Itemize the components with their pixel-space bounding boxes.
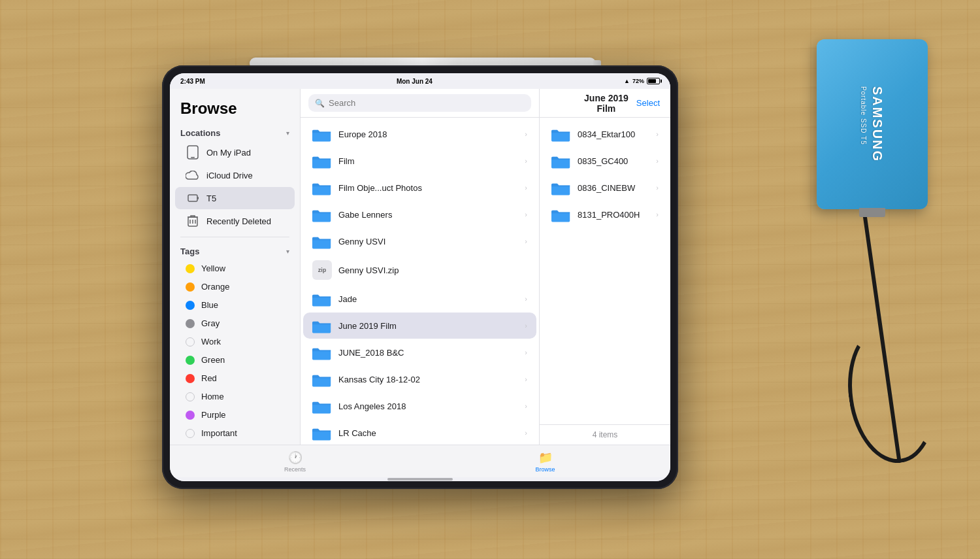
sidebar-item-recently-deleted[interactable]: Recently Deleted bbox=[175, 210, 295, 232]
locations-section-header[interactable]: Locations ▾ bbox=[170, 123, 300, 141]
blue-tag-dot bbox=[186, 301, 195, 310]
detail-item-ektar100[interactable]: 0834_Ektar100 › bbox=[542, 121, 668, 147]
file-item-june-2019-film[interactable]: June 2019 Film › bbox=[303, 313, 536, 339]
folder-icon bbox=[312, 207, 332, 222]
file-chevron: › bbox=[525, 429, 527, 437]
important-tag-dot bbox=[186, 429, 195, 438]
status-right: ▲ 72% bbox=[624, 78, 660, 84]
file-name: Jade bbox=[338, 294, 518, 304]
recently-deleted-icon bbox=[186, 214, 200, 228]
file-name: Genny USVI bbox=[338, 237, 518, 246]
folder-icon bbox=[312, 291, 332, 307]
file-panel: 🔍 Europe 2018 › bbox=[301, 89, 540, 445]
sidebar-item-purple[interactable]: Purple bbox=[175, 406, 295, 424]
sidebar-item-t5[interactable]: T5 bbox=[175, 187, 295, 209]
sidebar-item-label: Blue bbox=[201, 300, 218, 310]
search-input-wrap[interactable]: 🔍 bbox=[308, 94, 531, 112]
ssd-label: SAMSUNG Portable SSD T5 bbox=[860, 86, 885, 162]
file-list: Europe 2018 › Film › bbox=[301, 118, 539, 445]
sidebar-item-important[interactable]: Important bbox=[175, 424, 295, 442]
item-count: 4 items bbox=[593, 430, 618, 439]
tab-recents[interactable]: 🕐 Recents bbox=[269, 450, 321, 473]
tags-section-header[interactable]: Tags ▾ bbox=[170, 241, 300, 259]
detail-item-chevron: › bbox=[656, 130, 659, 138]
folder-icon bbox=[312, 318, 332, 333]
detail-item-pro400h[interactable]: 8131_PRO400H › bbox=[542, 201, 668, 228]
sidebar-item-gray[interactable]: Gray bbox=[175, 314, 295, 332]
file-item-film[interactable]: Film › bbox=[303, 148, 536, 174]
ssd-connector bbox=[859, 208, 885, 217]
sidebar-item-blue[interactable]: Blue bbox=[175, 296, 295, 314]
sidebar-item-on-my-ipad[interactable]: On My iPad bbox=[175, 141, 295, 163]
yellow-tag-dot bbox=[186, 264, 195, 273]
sidebar-item-label: iCloud Drive bbox=[206, 171, 253, 180]
sidebar-item-red[interactable]: Red bbox=[175, 369, 295, 387]
detail-item-gc400[interactable]: 0835_GC400 › bbox=[542, 148, 668, 174]
work-tag-dot bbox=[186, 337, 195, 347]
sidebar-item-yellow[interactable]: Yellow bbox=[175, 260, 295, 277]
file-name: Film Obje...uct Photos bbox=[338, 183, 518, 193]
sidebar-item-home[interactable]: Home bbox=[175, 388, 295, 405]
detail-item-chevron: › bbox=[656, 184, 659, 192]
samsung-ssd: SAMSUNG Portable SSD T5 bbox=[817, 39, 928, 209]
detail-footer: 4 items bbox=[540, 424, 670, 445]
folder-icon bbox=[312, 153, 332, 169]
sidebar: Browse Locations ▾ On My iPad bbox=[170, 89, 301, 445]
file-chevron: › bbox=[525, 184, 527, 192]
file-name: Genny USVI.zip bbox=[338, 265, 527, 275]
detail-item-name: 8131_PRO400H bbox=[578, 210, 649, 220]
sidebar-item-orange[interactable]: Orange bbox=[175, 278, 295, 296]
tags-chevron: ▾ bbox=[286, 248, 289, 255]
file-name: Film bbox=[338, 156, 518, 166]
sidebar-item-icloud-drive[interactable]: iCloud Drive bbox=[175, 164, 295, 186]
battery-fill bbox=[648, 79, 656, 83]
folder-icon bbox=[312, 126, 332, 142]
file-chevron: › bbox=[525, 130, 527, 138]
home-indicator bbox=[170, 477, 670, 481]
tab-browse-label: Browse bbox=[535, 466, 555, 473]
sidebar-item-label: Purple bbox=[201, 410, 226, 420]
file-item-lr-cache[interactable]: LR Cache › bbox=[303, 420, 536, 445]
folder-icon bbox=[551, 180, 571, 195]
sidebar-item-green[interactable]: Green bbox=[175, 351, 295, 369]
sidebar-item-label: Gray bbox=[201, 318, 220, 328]
file-item-europe-2018[interactable]: Europe 2018 › bbox=[303, 121, 536, 147]
sidebar-item-label: T5 bbox=[206, 194, 216, 203]
icloud-drive-icon bbox=[186, 168, 200, 182]
file-item-film-object-photos[interactable]: Film Obje...uct Photos › bbox=[303, 175, 536, 201]
file-item-genny-usvi-zip[interactable]: zip Genny USVI.zip bbox=[303, 255, 536, 285]
sidebar-divider bbox=[180, 237, 289, 237]
sidebar-item-work[interactable]: Work bbox=[175, 333, 295, 350]
file-item-jade[interactable]: Jade › bbox=[303, 286, 536, 312]
sidebar-item-label: Red bbox=[201, 373, 217, 383]
folder-icon bbox=[551, 126, 571, 142]
file-item-kansas-city[interactable]: Kansas City 18-12-02 › bbox=[303, 366, 536, 392]
sidebar-item-label: Work bbox=[201, 337, 221, 347]
file-chevron: › bbox=[525, 322, 527, 330]
detail-item-name: 0834_Ektar100 bbox=[578, 129, 649, 139]
battery-percent: 72% bbox=[632, 78, 644, 84]
ipad: 2:43 PM Mon Jun 24 ▲ 72% Browse Location… bbox=[162, 65, 678, 489]
file-item-genny-usvi[interactable]: Genny USVI › bbox=[303, 228, 536, 254]
file-item-los-angeles-2018[interactable]: Los Angeles 2018 › bbox=[303, 393, 536, 419]
file-name: Europe 2018 bbox=[338, 129, 518, 139]
sidebar-item-label: On My iPad bbox=[206, 148, 251, 158]
on-my-ipad-icon bbox=[186, 145, 200, 160]
svg-rect-1 bbox=[191, 157, 195, 158]
browse-icon: 📁 bbox=[538, 450, 553, 465]
tab-browse[interactable]: 📁 Browse bbox=[519, 450, 572, 473]
orange-tag-dot bbox=[186, 282, 195, 292]
wifi-icon: ▲ bbox=[624, 78, 630, 84]
file-item-gabe-lenners[interactable]: Gabe Lenners › bbox=[303, 201, 536, 228]
file-chevron: › bbox=[525, 402, 527, 410]
file-name: Kansas City 18-12-02 bbox=[338, 375, 518, 384]
search-input[interactable] bbox=[329, 98, 525, 108]
status-date: Mon Jun 24 bbox=[397, 78, 433, 85]
detail-item-cinebw[interactable]: 0836_CINEBW › bbox=[542, 175, 668, 201]
sidebar-item-label: Home bbox=[201, 392, 224, 401]
sidebar-item-label: Green bbox=[201, 355, 225, 365]
file-item-june-2018-bnc[interactable]: JUNE_2018 B&C › bbox=[303, 339, 536, 365]
select-button[interactable]: Select bbox=[636, 98, 660, 108]
file-name: Gabe Lenners bbox=[338, 210, 518, 220]
locations-list: On My iPad iCloud Drive T5 bbox=[170, 141, 300, 233]
